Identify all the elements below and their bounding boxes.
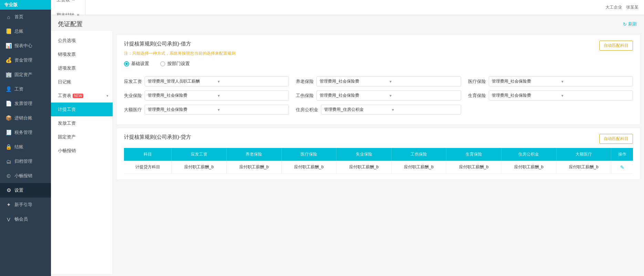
sidebar-icon-member: V [6, 216, 12, 222]
credit-section-header: 计提核算规则(公司承担)-贷方 自动匹配科目 [124, 134, 633, 144]
select-arrow-2-1: ▾ [392, 107, 458, 112]
sidebar-icon-archive: 🗂 [6, 159, 12, 164]
tab-payroll[interactable]: 工资表✕ [51, 0, 85, 8]
sidebar-icon-funds: 💰 [6, 57, 12, 63]
form-select-1-0[interactable]: 管理费用_社会保险费 ▾ [145, 91, 289, 100]
sidebar-item-assets[interactable]: 🏢固定资产 [0, 67, 51, 82]
credit-section: 计提核算规则(公司承担)-贷方 自动匹配科目 科目应发工资养老保险医疗保险失业保… [117, 128, 640, 179]
sidebar-label-member: 畅会员 [14, 216, 28, 222]
form-label-1-1: 工伤保险 [296, 93, 314, 99]
credit-row-col-0-6: 应付职工薪酬_b [501, 161, 557, 174]
select-arrow-0-1: ▾ [389, 79, 458, 84]
credit-table-header-1: 应发工资 [172, 148, 227, 161]
credit-row-col-0-5: 应付职工薪酬_b [446, 161, 501, 174]
sidebar-icon-stock: 📦 [6, 115, 12, 121]
sidebar-icon-settings: ⚙ [6, 187, 12, 193]
tab-close-voucher-config[interactable]: ✕ [76, 28, 80, 32]
debit-auto-match-button[interactable]: 自动匹配科目 [599, 41, 633, 51]
credit-table-header-7: 住房公积金 [501, 148, 557, 161]
form-select-value-0-0: 管理费用_管理人员职工薪酬 [148, 78, 216, 84]
left-nav-payroll-table[interactable]: 工资表NEW▾ [51, 89, 113, 103]
tab-close-payroll[interactable]: ✕ [72, 0, 75, 2]
form-select-2-1[interactable]: 管理费用_住房公积金 ▾ [321, 105, 461, 115]
credit-row-col-0-4: 应付职工薪酬_b [391, 161, 446, 174]
sidebar-item-tax[interactable]: 🧾税务管理 [0, 125, 51, 140]
form-select-value-2-0: 管理费用_社会保险费 [148, 107, 216, 113]
sidebar: 专业版 ⌂首页📒总账📊报表中心💰资金管理🏢固定资产👤工资📄发票管理📦进销台账🧾税… [0, 0, 51, 276]
form-label-2-0: 大额医疗 [124, 107, 142, 113]
sidebar-item-salary[interactable]: 👤工资 [0, 82, 51, 96]
sidebar-label-funds: 资金管理 [14, 57, 32, 63]
edit-icon-0[interactable]: ✎ [620, 164, 624, 170]
tab-close-period-close[interactable]: ✕ [76, 13, 80, 17]
form-select-1-1[interactable]: 管理费用_社会保险费 ▾ [316, 91, 461, 100]
debit-form-row-2: 大额医疗 管理费用_社会保险费 ▾ 住房公积金 管理费用_住房公积金 ▾ [124, 105, 633, 115]
select-arrow-0-2: ▾ [561, 79, 630, 84]
left-nav-public[interactable]: 公共选项 [51, 34, 113, 47]
sidebar-item-archive[interactable]: 🗂归档管理 [0, 154, 51, 169]
credit-table-header-0: 科目 [124, 148, 172, 161]
credit-table-header-9: 操作 [611, 148, 633, 161]
credit-table-header-2: 养老保险 [227, 148, 282, 161]
form-select-2-0[interactable]: 管理费用_社会保险费 ▾ [145, 105, 289, 115]
radio-dept[interactable]: 按部门设置 [160, 61, 190, 67]
left-nav-fixed-assets[interactable]: 固定资产 [51, 130, 113, 144]
left-nav-small-expense[interactable]: 小畅报销 [51, 144, 113, 158]
sidebar-item-invoice[interactable]: 📄发票管理 [0, 96, 51, 111]
topbar-right: 大工企业 张某某 [605, 4, 644, 10]
tab-label-payroll: 工资表 [56, 0, 70, 3]
form-label-0-0: 应发工资 [124, 78, 142, 85]
form-label-1-0: 失业保险 [124, 93, 142, 99]
sidebar-item-home[interactable]: ⌂首页 [0, 10, 51, 24]
sidebar-item-expense[interactable]: ©小畅报销 [0, 169, 51, 183]
refresh-button[interactable]: ↻ 刷新 [623, 21, 637, 27]
form-label-1-2: 生育保险 [468, 93, 486, 99]
sidebar-item-ledger[interactable]: 📒总账 [0, 24, 51, 39]
left-nav-label-journal: 日记账 [58, 79, 71, 84]
left-nav-label-small-expense: 小畅报销 [58, 148, 76, 153]
credit-auto-match-button[interactable]: 自动匹配科目 [599, 134, 633, 144]
radio-basic[interactable]: 基础设置 [124, 61, 149, 67]
arrow-payroll-table: ▾ [106, 94, 108, 98]
sidebar-label-home: 首页 [14, 14, 23, 20]
left-nav-label-fixed-assets: 固定资产 [58, 134, 76, 139]
debit-section: 计提核算规则(公司承担)-借方 注：只能选择一种方式，系统将按照您当前的选择来配… [117, 35, 640, 124]
left-nav-pay-salary[interactable]: 发放工资 [51, 116, 113, 130]
left-nav-purchase-invoice[interactable]: 进项发票 [51, 61, 113, 75]
form-select-1-2[interactable]: 管理费用_社会保险费 ▾ [489, 91, 633, 100]
sidebar-item-settings[interactable]: ⚙设置 [0, 183, 51, 198]
sidebar-item-funds[interactable]: 💰资金管理 [0, 53, 51, 67]
form-select-value-2-1: 管理费用_住房公积金 [324, 107, 390, 113]
form-label-0-1: 养老保险 [296, 78, 314, 85]
form-item-1-2: 生育保险 管理费用_社会保险费 ▾ [468, 91, 633, 100]
left-nav-provision[interactable]: 计提工资 [51, 103, 113, 116]
left-nav-sales-invoice[interactable]: 销项发票 [51, 47, 113, 61]
sidebar-icon-expense: © [6, 173, 12, 179]
left-nav-label-public: 公共选项 [58, 38, 76, 43]
sidebar-item-closing[interactable]: 🔒结账 [0, 140, 51, 154]
sidebar-item-reports[interactable]: 📊报表中心 [0, 39, 51, 53]
credit-row-col-0-2: 应付职工薪酬_b [281, 161, 336, 174]
sidebar-item-member[interactable]: V畅会员 [0, 212, 51, 226]
form-select-0-0[interactable]: 管理费用_管理人员职工薪酬 ▾ [145, 76, 289, 86]
left-nav-label-purchase-invoice: 进项发票 [58, 65, 76, 71]
page-header: 凭证配置 ↻ 刷新 [51, 15, 644, 31]
left-nav-journal[interactable]: 日记账 [51, 75, 113, 89]
sidebar-item-guide[interactable]: ✦新手引导 [0, 198, 51, 212]
select-arrow-2-0: ▾ [218, 107, 286, 112]
form-item-2-1: 住房公积金 管理费用_住房公积金 ▾ [296, 105, 461, 115]
sidebar-item-stock[interactable]: 📦进销台账 [0, 111, 51, 125]
left-nav: 公共选项销项发票进项发票日记账工资表NEW▾计提工资发放工资固定资产小畅报销 [51, 31, 113, 274]
credit-table: 科目应发工资养老保险医疗保险失业保险工伤保险生育保险住房公积金大额医疗操作计提贷… [124, 148, 633, 174]
credit-table-header-4: 失业保险 [336, 148, 392, 161]
form-item-1-0: 失业保险 管理费用_社会保险费 ▾ [124, 91, 289, 100]
table-row: 计提贷方科目应付职工薪酬_b应付职工薪酬_b应付职工薪酬_b应付职工薪酬_b应付… [124, 161, 633, 174]
form-select-0-2[interactable]: 管理费用_社会保险费 ▾ [489, 76, 633, 86]
topbar: 首页工资表✕期末结转✕凭证配置✕ 大工企业 张某某 [51, 0, 644, 15]
form-select-0-1[interactable]: 管理费用_社会保险费 ▾ [316, 76, 461, 86]
sidebar-label-expense: 小畅报销 [14, 173, 32, 179]
sidebar-label-settings: 设置 [14, 187, 23, 193]
sidebar-label-ledger: 总账 [14, 28, 23, 34]
refresh-label: 刷新 [628, 21, 637, 27]
sidebar-label-stock: 进销台账 [14, 115, 32, 121]
